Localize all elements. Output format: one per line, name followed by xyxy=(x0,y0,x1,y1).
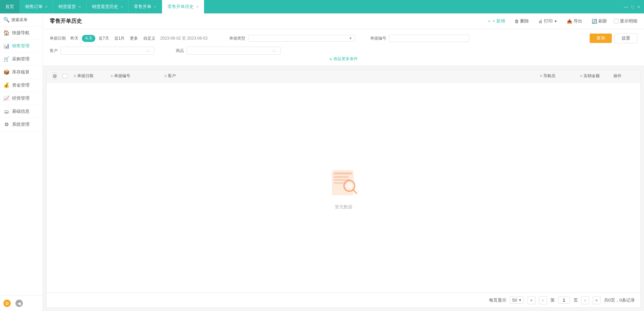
sidebar-item-inventory-label: 库存核算 xyxy=(12,69,30,75)
tab-retail-order-close[interactable]: × xyxy=(154,5,156,9)
settings-bottom-icon[interactable]: ⚙ xyxy=(3,300,11,307)
date-btn-today[interactable]: 今天 xyxy=(82,35,95,42)
total-records-text: 共0页，0条记录 xyxy=(604,297,635,303)
goods-label: 商品 xyxy=(176,48,184,54)
sidebar-item-purchase[interactable]: 🛒 采购管理 xyxy=(0,53,43,66)
date-btn-yesterday[interactable]: 昨天 xyxy=(68,35,81,42)
customer-ellipsis-button[interactable]: ··· xyxy=(145,48,151,53)
tab-sales-order[interactable]: 销售订单 × xyxy=(20,0,53,13)
date-btn-7days[interactable]: 近7天 xyxy=(97,35,111,42)
page-title: 零售开单历史 xyxy=(50,18,82,25)
date-btn-1month[interactable]: 近1月 xyxy=(112,35,127,42)
query-button[interactable]: 查询 xyxy=(590,34,612,43)
th-amount[interactable]: ⇅ 实销金额 xyxy=(577,73,611,79)
add-label: + 新增 xyxy=(493,18,505,24)
tab-sales-return[interactable]: 销货退货 × xyxy=(53,0,86,13)
export-label: 导出 xyxy=(574,18,582,24)
sidebar-search[interactable]: 🔍 搜索采单 xyxy=(0,13,43,27)
sort-date-icon: ⇅ xyxy=(73,74,76,78)
minimize-button[interactable]: — xyxy=(624,4,628,9)
tab-sales-return-history[interactable]: 销货退货历史 × xyxy=(87,0,129,13)
select-all-checkbox[interactable] xyxy=(63,74,67,79)
th-guide[interactable]: ⇅ 导购员 xyxy=(537,73,577,79)
collapse-row: ∧ 收起更多条件 xyxy=(50,56,637,62)
order-type-label: 单据类型 xyxy=(229,36,245,41)
tab-sales-return-close[interactable]: × xyxy=(79,5,81,9)
svg-rect-2 xyxy=(334,176,349,178)
settings-button[interactable]: 设置 xyxy=(614,33,637,43)
print-dropdown-icon: ▼ xyxy=(554,19,557,23)
refresh-button[interactable]: 🔄 刷新 xyxy=(589,17,610,25)
order-num-input[interactable] xyxy=(392,36,466,41)
sidebar-item-sales-label: 销售管理 xyxy=(12,43,30,49)
print-label: 打印 xyxy=(544,18,553,24)
last-page-button[interactable]: » xyxy=(593,296,601,304)
refresh-label: 刷新 xyxy=(598,18,607,24)
page-prefix-label: 第 xyxy=(550,297,555,303)
delete-button[interactable]: 🗑 删除 xyxy=(512,17,532,25)
finance-icon: 💰 xyxy=(3,82,9,88)
th-customer[interactable]: ⇅ 客户 xyxy=(161,73,537,79)
first-page-icon: « xyxy=(530,298,533,303)
home-icon: 🏠 xyxy=(3,30,9,36)
sidebar-item-operations[interactable]: 📈 经营管理 xyxy=(0,92,43,105)
goods-input[interactable] xyxy=(190,48,271,53)
per-page-label: 每页显示 xyxy=(489,297,506,303)
order-num-input-wrap xyxy=(389,35,469,42)
display-detail-toggle[interactable]: 显示明细 xyxy=(614,18,637,24)
sidebar-item-home-label: 快捷导航 xyxy=(12,30,30,36)
close-button[interactable]: × xyxy=(637,4,640,9)
sort-ordernum-icon: ⇅ xyxy=(110,74,113,78)
per-page-select[interactable]: 50 ▼ xyxy=(510,297,524,304)
sidebar-item-inventory[interactable]: 📦 库存核算 xyxy=(0,66,43,79)
order-type-select[interactable]: ▼ xyxy=(248,35,355,42)
sidebar-item-sales[interactable]: 📊 销售管理 xyxy=(0,40,43,53)
display-detail-checkbox[interactable] xyxy=(614,19,618,23)
order-num-label: 单据编号 xyxy=(370,36,386,41)
date-btn-more[interactable]: 更多 xyxy=(128,35,140,42)
next-page-button[interactable]: › xyxy=(581,296,589,304)
main-layout: 🔍 搜索采单 🏠 快捷导航 📊 销售管理 🛒 采购管理 📦 库存核算 💰 资金管… xyxy=(0,13,644,311)
tab-sales-order-close[interactable]: × xyxy=(45,5,47,9)
customer-input[interactable] xyxy=(63,48,145,53)
prev-page-button[interactable]: ‹ xyxy=(539,296,547,304)
customer-filter-group: 客户 ··· xyxy=(50,47,154,55)
goods-ellipsis-button[interactable]: ··· xyxy=(271,48,278,53)
page-number-input[interactable] xyxy=(558,297,570,304)
tab-sales-return-history-close[interactable]: × xyxy=(121,5,123,9)
content-header: 零售开单历史 ＋ + 新增 🗑 删除 🖨 打印 ▼ 📤 导出 xyxy=(43,13,644,29)
th-check xyxy=(60,74,71,79)
top-navigation: 首页 销售订单 × 销货退货 × 销货退货历史 × 零售开单 × 零售开单历史 … xyxy=(0,0,644,13)
sidebar-item-system[interactable]: ⚙ 系统管理 xyxy=(0,118,43,131)
tab-retail-order-history-close[interactable]: × xyxy=(196,5,198,9)
maximize-button[interactable]: □ xyxy=(632,4,634,9)
empty-state-text: 暂无数据 xyxy=(335,204,352,210)
th-ordernum[interactable]: ⇅ 单据编号 xyxy=(108,73,161,79)
sidebar-item-finance[interactable]: 💰 资金管理 xyxy=(0,79,43,92)
th-date[interactable]: ⇅ 单据日期 xyxy=(71,73,108,79)
tab-retail-order-history[interactable]: 零售开单历史 × xyxy=(162,0,204,13)
tab-sales-return-label: 销货退货 xyxy=(58,4,76,10)
first-page-button[interactable]: « xyxy=(528,296,536,304)
page-unit-label: 页 xyxy=(574,297,578,303)
tab-retail-order[interactable]: 零售开单 × xyxy=(129,0,162,13)
sidebar-item-system-label: 系统管理 xyxy=(12,121,30,127)
sidebar-item-basic-info[interactable]: 🗂 基础信息 xyxy=(0,105,43,118)
date-btn-custom[interactable]: 自定义 xyxy=(141,35,157,42)
tab-home[interactable]: 首页 xyxy=(0,0,20,13)
collapse-button[interactable]: ∧ 收起更多条件 xyxy=(329,56,358,62)
order-type-filter-group: 单据类型 ▼ xyxy=(229,35,355,42)
print-button[interactable]: 🖨 打印 ▼ xyxy=(536,17,560,25)
sidebar-item-home[interactable]: 🏠 快捷导航 xyxy=(0,27,43,40)
export-button[interactable]: 📤 导出 xyxy=(564,17,585,25)
column-settings-button[interactable]: ⚙ xyxy=(52,72,57,80)
tab-sales-return-history-label: 销货退货历史 xyxy=(92,4,118,10)
add-button[interactable]: ＋ + 新增 xyxy=(484,17,508,25)
prev-page-icon: ‹ xyxy=(542,298,544,303)
filter-row-1: 单据日期 昨天 今天 近7天 近1月 更多 自定义 2023-06-02 至 2… xyxy=(50,33,637,43)
th-ordernum-label: 单据编号 xyxy=(114,73,130,79)
collapse-sidebar-button[interactable]: ◀ xyxy=(15,300,23,307)
operations-icon: 📈 xyxy=(3,95,9,101)
inventory-icon: 📦 xyxy=(3,69,9,75)
tab-retail-order-label: 零售开单 xyxy=(134,4,151,10)
